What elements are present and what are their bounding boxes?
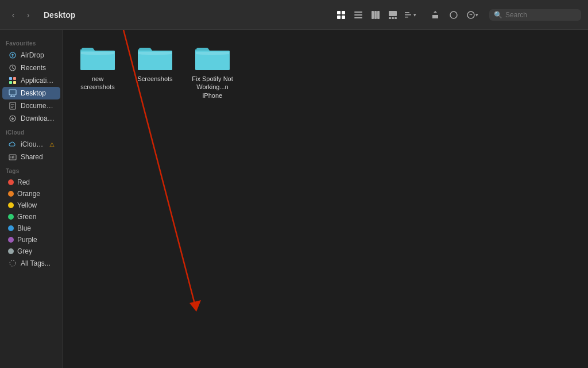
svg-rect-16 [405,17,408,18]
sidebar-item-all-tags[interactable]: All Tags... [2,257,60,270]
sidebar-item-tag-orange[interactable]: Orange [2,188,60,200]
tags-section-label: Tags [0,163,63,177]
sidebar: Favourites AirDrop Recents [0,30,63,368]
sidebar-item-tag-red[interactable]: Red [2,177,60,188]
view-switcher: ▾ [333,7,418,23]
svg-rect-0 [337,11,341,14]
sidebar-item-recents-label: Recents [21,64,46,72]
view-column-button[interactable] [368,7,384,23]
search-icon: 🔍 [494,11,502,19]
sidebar-item-icloud-drive[interactable]: iCloud Dri... ⚠ [2,138,60,151]
search-bar[interactable]: 🔍 [489,9,581,21]
folder-item-screenshots[interactable]: Screenshots [132,41,178,83]
folder-icon-screenshots [137,41,173,71]
recents-icon [8,63,17,72]
svg-rect-7 [372,11,374,19]
all-tags-label: All Tags... [21,259,51,267]
folder-icon-new-screenshots [79,41,116,71]
tag-green-dot [8,214,14,220]
search-input[interactable] [505,11,574,19]
folder-item-fix-spotify[interactable]: Fix Spotify Not Working...n iPhone [189,41,235,99]
sidebar-item-tag-green[interactable]: Green [2,211,60,223]
svg-rect-8 [374,11,377,19]
tag-purple-label: Purple [17,236,37,244]
icloud-icon [8,140,17,149]
sort-button[interactable]: ▾ [402,7,418,23]
sidebar-item-airdrop-label: AirDrop [21,51,44,59]
favourites-section-label: Favourites [0,36,63,49]
documents-icon [8,101,17,110]
svg-point-18 [467,12,474,18]
sidebar-item-tag-yellow[interactable]: Yellow [2,200,60,211]
view-list-button[interactable] [350,7,366,23]
view-grid-button[interactable] [333,7,349,23]
forward-button[interactable]: › [22,9,34,21]
tag-grey-label: Grey [17,247,32,255]
applications-icon [8,76,17,85]
svg-point-36 [10,260,16,266]
more-button[interactable]: ▾ [464,7,480,23]
sidebar-item-downloads[interactable]: Downloads [2,112,60,125]
tag-yellow-label: Yellow [17,201,37,209]
svg-rect-26 [9,90,16,95]
all-tags-icon [8,259,17,268]
main-layout: Favourites AirDrop Recents [0,30,588,368]
folder-item-new-screenshots[interactable]: new screenshots [75,41,121,91]
folder-grid: new screenshots Screenshots [75,41,577,99]
sidebar-item-tag-blue[interactable]: Blue [2,223,60,234]
tag-grey-dot [8,248,14,254]
tag-red-dot [8,179,14,185]
tag-orange-dot [8,191,14,197]
tag-yellow-dot [8,202,14,208]
svg-marker-38 [189,300,201,312]
toolbar-actions: ▾ [427,7,480,23]
svg-rect-6 [354,17,362,18]
sidebar-item-documents[interactable]: Documents [2,99,60,112]
svg-rect-11 [389,17,391,19]
content-area: new screenshots Screenshots [63,30,588,368]
back-button[interactable]: ‹ [7,9,20,21]
folder-label-screenshots: Screenshots [137,75,172,83]
svg-rect-10 [389,11,397,16]
folder-label-new-screenshots: new screenshots [75,75,121,91]
sidebar-item-applications[interactable]: Applications [2,74,60,87]
desktop-icon [8,89,17,98]
sidebar-item-applications-label: Applications [21,76,55,85]
svg-rect-13 [394,17,397,19]
window-title: Desktop [44,10,75,20]
folder-icon-fix-spotify [194,41,231,71]
sidebar-item-tag-grey[interactable]: Grey [2,246,60,257]
tag-blue-dot [8,225,14,231]
svg-rect-4 [354,12,362,13]
sidebar-item-icloud-label: iCloud Dri... [21,140,45,148]
toolbar: ‹ › Desktop [0,0,588,30]
svg-rect-22 [9,77,12,80]
svg-rect-15 [405,14,411,16]
sidebar-item-shared[interactable]: Shared [2,151,60,163]
sidebar-item-downloads-label: Downloads [21,114,55,122]
toolbar-nav: ‹ › [7,9,34,21]
sidebar-item-tag-purple[interactable]: Purple [2,234,60,246]
svg-rect-12 [392,17,394,19]
tag-orange-label: Orange [17,190,40,198]
sidebar-item-desktop-label: Desktop [21,89,46,97]
svg-rect-14 [405,12,409,13]
view-gallery-button[interactable] [385,7,401,23]
tag-blue-label: Blue [17,224,31,232]
downloads-icon [8,114,17,123]
share-button[interactable] [427,7,443,23]
svg-rect-3 [342,16,345,19]
svg-point-17 [450,12,457,18]
icloud-section-label: iCloud [0,125,63,138]
tag-button[interactable] [446,7,462,23]
sidebar-item-recents[interactable]: Recents [2,62,60,74]
svg-rect-9 [377,11,380,19]
sidebar-item-documents-label: Documents [21,102,55,110]
svg-rect-23 [13,77,16,80]
svg-rect-2 [337,16,341,19]
svg-rect-24 [9,81,12,84]
sidebar-item-desktop[interactable]: Desktop [2,87,60,99]
icloud-warning-icon: ⚠ [49,141,55,148]
sidebar-item-airdrop[interactable]: AirDrop [2,49,60,62]
sidebar-item-shared-label: Shared [21,153,43,161]
